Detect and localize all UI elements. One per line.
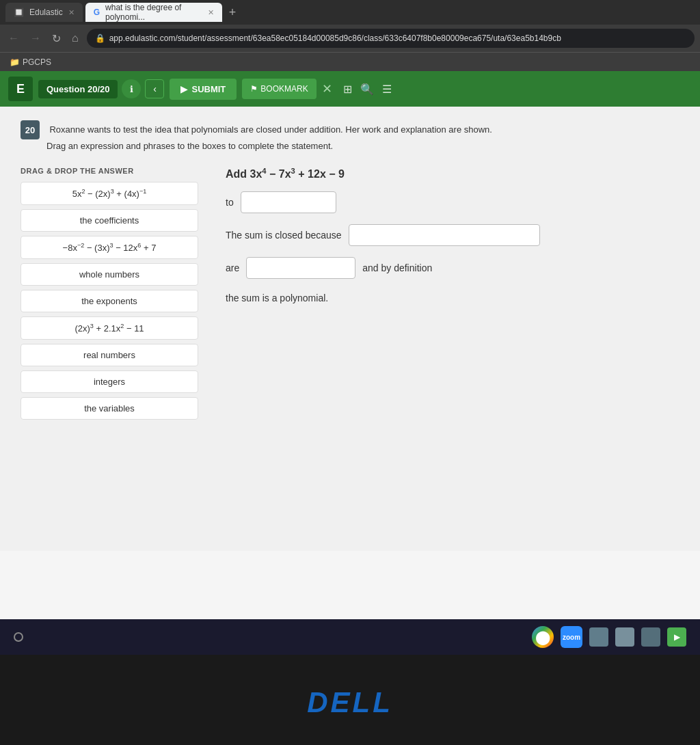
drag-item-7[interactable]: integers [21,370,198,393]
info-button[interactable]: ℹ [122,79,141,98]
prev-question-button[interactable]: ‹ [145,79,164,98]
tab-close-active[interactable]: ✕ [208,8,214,17]
folder-taskbar-icon[interactable] [641,627,660,647]
reload-button[interactable]: ↻ [49,29,64,48]
submit-button[interactable]: ▶ SUBMIT [170,79,237,100]
chrome-taskbar-icon[interactable]: ⬤ [532,626,554,648]
home-button[interactable]: ⌂ [69,29,81,47]
dell-logo: DELL [307,686,393,719]
tab-label-active: what is the degree of polynomi... [105,3,202,22]
main-content: 20 Roxanne wants to test the idea that p… [0,107,700,551]
tab-google[interactable]: G what is the degree of polynomi... ✕ [85,3,222,22]
drop-zone-to[interactable] [241,191,336,213]
tab-edulastic[interactable]: 🔲 Edulastic ✕ [5,3,83,22]
are-label: are [226,262,239,273]
question-info: Question 20/20 ℹ ‹ [38,79,164,98]
taskbar-circle [14,632,23,642]
drag-item-3[interactable]: whole numbers [21,263,198,286]
grid-icon-button[interactable]: ⊞ [340,80,355,98]
close-button[interactable]: ✕ [322,81,332,96]
and-by-def-label: and by definition [362,262,432,273]
back-button[interactable]: ← [5,29,22,47]
question-text: Roxanne wants to test the idea that poly… [49,124,492,135]
files-taskbar-icon[interactable] [589,627,608,647]
zoom-taskbar-icon[interactable]: zoom [561,626,582,648]
drop-zone-sum-closed[interactable] [349,224,540,246]
question-block: 20 Roxanne wants to test the idea that p… [14,120,686,153]
search-icon-button[interactable]: 🔍 [358,80,377,98]
tab-label: Edulastic [29,8,63,17]
app-logo: E [8,77,33,101]
taskbar: ⬤ zoom ▶ [0,619,700,655]
browser-chrome: 🔲 Edulastic ✕ G what is the degree of po… [0,0,700,71]
tab-favicon-active: G [94,8,100,17]
question-number-badge: 20 [21,120,40,139]
drag-item-5[interactable]: (2x)3 + 2.1x2 − 11 [21,316,198,340]
are-row: are and by definition [226,257,679,279]
to-label: to [226,197,234,208]
drag-item-6[interactable]: real numbers [21,344,198,366]
sum-poly-row: the sum is a polynomial. [226,293,679,303]
drag-item-8[interactable]: the variables [21,397,198,420]
to-row: to [226,191,679,213]
question-subtext: Drag an expression and phrases to the bo… [46,141,333,151]
settings-taskbar-icon[interactable] [615,627,634,647]
drag-item-4[interactable]: the exponents [21,290,198,312]
submit-label: SUBMIT [191,84,226,94]
bookmark-flag-icon: ⚑ [250,84,258,94]
new-tab-button[interactable]: + [225,5,241,20]
bookmark-pgcps[interactable]: 📁 PGCPS [5,56,55,68]
lock-icon: 🔒 [95,33,105,43]
drag-item-2[interactable]: −8x−2 − (3x)3 − 12x6 + 7 [21,236,198,259]
forward-button[interactable]: → [27,29,44,47]
bookmark-button[interactable]: ⚑ BOOKMARK [242,79,316,99]
app-toolbar: E Question 20/20 ℹ ‹ ▶ SUBMIT ⚑ BOOKMARK… [0,71,700,107]
tab-favicon: 🔲 [14,8,24,17]
menu-icon-button[interactable]: ☰ [379,80,394,98]
drag-label: DRAG & DROP THE ANSWER [21,167,198,175]
problem-panel: Add 3x4 − 7x3 + 12x − 9 to The sum is cl… [226,167,679,424]
drag-items-panel: DRAG & DROP THE ANSWER 5x2 − (2x)3 + (4x… [21,167,198,424]
dell-area: DELL [0,655,700,745]
bookmark-label: PGCPS [23,57,51,67]
drop-zone-are[interactable] [246,257,355,279]
address-bar: ← → ↻ ⌂ 🔒 app.edulastic.com/student/asse… [0,25,700,52]
drag-item-1[interactable]: the coefficients [21,209,198,232]
play-taskbar-icon[interactable]: ▶ [667,627,686,647]
sum-closed-label: The sum is closed because [226,230,342,241]
taskbar-left [14,632,23,642]
taskbar-right: ⬤ zoom ▶ [532,626,686,648]
tab-bar: 🔲 Edulastic ✕ G what is the degree of po… [0,0,700,25]
question-counter: Question 20/20 [38,80,118,98]
bookmarks-bar: 📁 PGCPS [0,52,700,71]
app-content: 20 Roxanne wants to test the idea that p… [0,107,700,619]
drag-drop-container: DRAG & DROP THE ANSWER 5x2 − (2x)3 + (4x… [14,167,686,424]
submit-arrow-icon: ▶ [180,84,187,94]
sum-poly-label: the sum is a polynomial. [226,293,328,303]
toolbar-right-icons: ⊞ 🔍 ☰ [340,80,394,98]
tab-close-button[interactable]: ✕ [68,8,75,17]
sum-closed-row: The sum is closed because [226,224,679,246]
drag-item-0[interactable]: 5x2 − (2x)3 + (4x)−1 [21,182,198,205]
bookmark-icon: 📁 [10,57,20,67]
url-text: app.edulastic.com/student/assessment/63e… [109,33,561,43]
url-bar[interactable]: 🔒 app.edulastic.com/student/assessment/6… [87,29,695,48]
add-expression: Add 3x4 − 7x3 + 12x − 9 [226,167,679,180]
bookmark-label: BOOKMARK [260,84,308,94]
